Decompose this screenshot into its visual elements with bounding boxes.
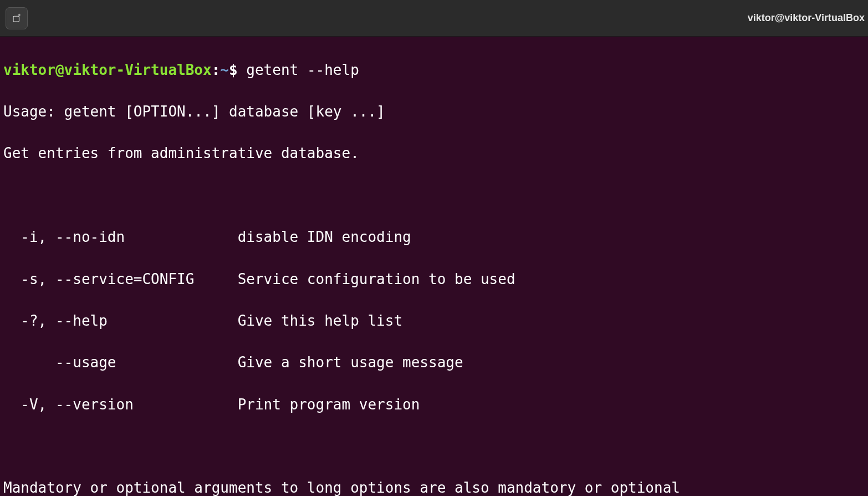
new-tab-button[interactable] [6,7,28,29]
prompt-separator: : [212,62,221,78]
terminal-area[interactable]: viktor@viktor-VirtualBox:~$ getent --hel… [0,37,868,496]
option-row: -?, --help Give this help list [3,311,865,332]
prompt-path: ~ [220,62,229,78]
output-desc: Get entries from administrative database… [3,143,865,164]
typed-command: getent --help [246,62,359,78]
prompt-user-host: viktor@viktor-VirtualBox [3,62,212,78]
window-title: viktor@viktor-VirtualBox [0,11,868,25]
output-mandatory-1: Mandatory or optional arguments to long … [3,478,865,496]
blank-line [3,436,865,457]
output-usage: Usage: getent [OPTION...] database [key … [3,102,865,123]
prompt-symbol: $ [229,62,238,78]
option-row: -s, --service=CONFIG Service configurati… [3,269,865,290]
window-titlebar: viktor@viktor-VirtualBox [0,0,868,37]
svg-rect-0 [13,16,19,22]
option-row: --usage Give a short usage message [3,352,865,373]
new-tab-icon [12,13,22,23]
option-row: -i, --no-idn disable IDN encoding [3,227,865,248]
option-row: -V, --version Print program version [3,394,865,416]
blank-line [3,185,865,206]
prompt-line-1: viktor@viktor-VirtualBox:~$ getent --hel… [3,60,865,81]
